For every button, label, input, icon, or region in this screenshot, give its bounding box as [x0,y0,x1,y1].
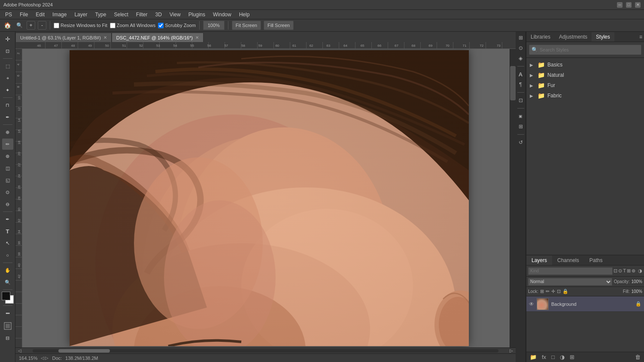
text-panel-icon[interactable]: A [516,70,525,78]
hand-tool[interactable]: ✋ [2,265,13,276]
menu-image[interactable]: Image [49,11,70,18]
quick-mask-button[interactable] [2,320,13,332]
status-arrows[interactable]: ◁ ▷ [41,356,49,360]
close-button[interactable]: ✕ [635,2,641,8]
style-group-natural[interactable]: ▶ 📁 Natural [526,70,644,80]
tab-adjustments[interactable]: Adjustments [555,32,592,42]
gradient-tool[interactable]: ◱ [2,175,13,186]
shape-tool[interactable]: ○ [2,250,13,261]
layer-lock-icon[interactable]: 🔒 [635,301,641,307]
menu-plugins[interactable]: Plugins [185,11,209,18]
tab-untitled[interactable]: Untitled-1 @ 63.1% (Layer 1, RGB/8#) ✕ [15,33,112,42]
layers-filter-input[interactable] [528,267,613,275]
libraries-panel-icon[interactable]: ⊞ [516,33,525,42]
vertical-scrollbar[interactable] [510,49,516,347]
path-select-tool[interactable]: ↖ [2,238,13,249]
history-icon[interactable]: ↺ [516,138,525,147]
filter-type-icon[interactable]: T [623,268,626,274]
resize-windows-checkbox[interactable] [54,23,59,28]
styles-panel-icon[interactable]: ◈ [516,54,525,63]
blur-tool[interactable]: ⊙ [2,187,13,198]
filter-pixel-icon[interactable]: ⊡ [614,268,617,274]
lock-position-icon[interactable]: ✛ [551,289,555,294]
style-group-fabric[interactable]: ▶ 📁 Fabric [526,90,644,101]
scrubby-zoom-check[interactable]: Scrubby Zoom [158,23,196,28]
search-styles-input[interactable] [529,45,641,55]
lock-pixels-icon[interactable]: ✏ [546,289,550,294]
zoom-all-check[interactable]: Zoom All Windows [110,23,155,28]
maximize-button[interactable]: □ [626,2,632,8]
menu-ps[interactable]: PS [2,11,15,18]
zoom-in-icon[interactable]: + [27,21,35,30]
eraser-tool[interactable]: ◫ [2,163,13,174]
status-prev[interactable]: ◁ [41,356,44,360]
magic-wand-tool[interactable]: ✦ [2,84,13,96]
lock-artboard-icon[interactable]: ⊡ [557,289,561,294]
menu-filter[interactable]: Filter [133,11,151,18]
zoom-tool-icon[interactable]: 🔍 [15,21,24,30]
artboard-tool[interactable]: ⊡ [2,45,13,57]
tab-styles[interactable]: Styles [592,32,614,42]
menu-type[interactable]: Type [91,11,109,18]
adjustments-panel-icon[interactable]: ⊙ [516,44,525,52]
menu-window[interactable]: Window [210,11,235,18]
spot-heal-tool[interactable]: ⊕ [2,127,13,138]
horizontal-scrollbar[interactable]: ◁ ▷ [15,347,516,353]
home-icon[interactable]: 🏠 [3,21,12,30]
grid-icon[interactable]: ⊞ [516,122,525,131]
filter-adjust-icon[interactable]: ⊙ [618,268,622,274]
zoom-input[interactable] [203,21,225,30]
tab-dsc[interactable]: DSC_4472.NEF @ 164% (RGB/16*) ✕ [112,33,204,42]
crop-tool[interactable]: ⊓ [2,100,13,111]
add-effect-btn[interactable]: fx [540,353,548,361]
filter-shape-icon[interactable]: ⊞ [627,268,631,274]
layer-row-background[interactable]: 👁 Background 🔒 [526,296,644,312]
foreground-color-box[interactable] [2,292,10,300]
filter-smart-icon[interactable]: ⊛ [632,268,635,274]
canvas-viewport[interactable] [22,49,516,347]
menu-layer[interactable]: Layer [71,11,91,18]
tab-untitled-close[interactable]: ✕ [103,35,107,40]
clone-stamp-tool[interactable]: ⊛ [2,151,13,162]
style-group-fur[interactable]: ▶ 📁 Fur [526,80,644,90]
minimize-button[interactable]: ─ [617,2,623,8]
resize-windows-check[interactable]: Resize Windows to Fit [54,23,107,28]
status-next[interactable]: ▷ [45,356,49,360]
tab-dsc-close[interactable]: ✕ [195,35,199,40]
menu-select[interactable]: Select [110,11,131,18]
move-tool[interactable]: ✛ [2,33,13,45]
menu-file[interactable]: File [16,11,31,18]
vertical-scrollbar-thumb[interactable] [510,66,516,100]
menu-view[interactable]: View [166,11,184,18]
zoom-out-icon[interactable]: - [38,21,46,30]
layers-tab-channels[interactable]: Channels [552,256,584,265]
zoom-tool[interactable]: 🔍 [2,277,13,288]
scrollbar-thumb[interactable] [58,349,110,353]
layers-tab-layers[interactable]: Layers [526,256,552,265]
layers-tab-paths[interactable]: Paths [584,256,608,265]
zoom-all-checkbox[interactable] [110,23,115,28]
layer-visible-icon[interactable]: 👁 [529,301,534,307]
style-group-basics[interactable]: ▶ 📁 Basics [526,60,644,70]
lasso-tool[interactable]: ⌖ [2,72,13,84]
filter-toggle[interactable]: ◑ [638,268,642,274]
add-adjustment-btn[interactable]: ◑ [558,353,566,361]
fill-screen-button[interactable]: Fill Screen [264,21,294,30]
eyedropper-tool[interactable]: ✒ [2,112,13,123]
layers-small-icon[interactable]: ▣ [516,112,525,121]
more-tools[interactable]: ••• [2,308,13,319]
scrollbar-track[interactable] [33,349,498,353]
menu-edit[interactable]: Edit [32,11,48,18]
text-tool[interactable]: T [2,226,13,237]
tab-libraries[interactable]: Libraries [526,32,555,42]
new-group-btn[interactable]: 📁 [528,353,538,361]
add-mask-btn[interactable]: □ [550,353,556,361]
panel-collapse-btn[interactable]: ≡ [638,34,644,40]
menu-help[interactable]: Help [236,11,253,18]
pen-tool[interactable]: ✒ [2,214,13,225]
lock-transparency-icon[interactable]: ⊞ [540,289,544,294]
paragraph-panel-icon[interactable]: ¶ [516,80,525,89]
camera-panel-icon[interactable]: ⊡ [516,96,525,105]
delete-layer-btn[interactable]: 🗑 [633,353,642,361]
brush-tool[interactable]: ✏ [2,139,13,150]
